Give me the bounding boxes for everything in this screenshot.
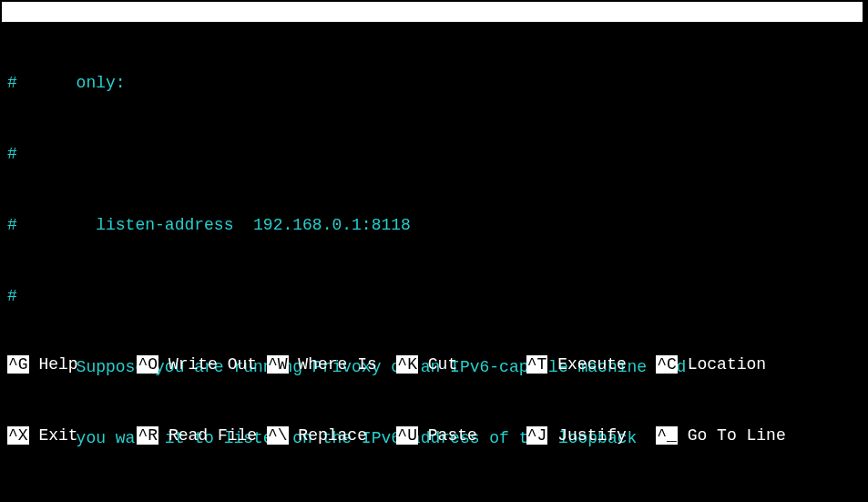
file-path: /etc/privoxy/config * bbox=[2, 42, 863, 62]
shortcut-bar: ^G Help ^O Write Out ^W Where Is ^K Cut … bbox=[2, 305, 863, 495]
shortcut-label: Go To Line bbox=[688, 426, 786, 445]
shortcut-key[interactable]: ^U bbox=[396, 426, 418, 445]
config-line: # device: bbox=[2, 497, 863, 502]
config-line: # only: bbox=[2, 71, 863, 95]
shortcut-label: Location bbox=[688, 355, 766, 374]
shortcut-key[interactable]: ^\ bbox=[267, 426, 289, 445]
shortcut-key[interactable]: ^C bbox=[656, 355, 678, 374]
shortcut-label: Replace bbox=[298, 426, 367, 445]
shortcut-key[interactable]: ^T bbox=[526, 355, 548, 374]
config-line: # bbox=[2, 142, 863, 166]
shortcut-label: Write Out bbox=[168, 355, 257, 374]
shortcut-key[interactable]: ^K bbox=[396, 355, 418, 374]
app-name: GNU nano 5.4 bbox=[11, 22, 129, 42]
shortcut-label: Cut bbox=[428, 355, 457, 374]
shortcut-label: Exit bbox=[38, 426, 77, 445]
shortcut-key[interactable]: ^X bbox=[7, 426, 29, 445]
shortcut-key[interactable]: ^W bbox=[267, 355, 289, 374]
titlebar: GNU nano 5.4 /etc/privoxy/config * bbox=[2, 2, 863, 22]
shortcut-label: Paste bbox=[428, 426, 477, 445]
shortcut-key[interactable]: ^J bbox=[526, 426, 548, 445]
shortcut-key[interactable]: ^R bbox=[137, 426, 158, 445]
shortcut-key[interactable]: ^O bbox=[137, 355, 158, 374]
shortcut-label: Execute bbox=[557, 355, 627, 374]
shortcut-row: ^X Exit ^R Read File ^\ Replace ^U Paste… bbox=[7, 424, 863, 447]
terminal-window: GNU nano 5.4 /etc/privoxy/config * # onl… bbox=[0, 0, 864, 498]
shortcut-label: Where Is bbox=[298, 355, 376, 374]
shortcut-label: Justify bbox=[557, 426, 627, 445]
config-line: # listen-address 192.168.0.1:8118 bbox=[2, 213, 863, 237]
shortcut-key[interactable]: ^_ bbox=[656, 426, 678, 445]
shortcut-row: ^G Help ^O Write Out ^W Where Is ^K Cut … bbox=[7, 353, 863, 376]
shortcut-label: Help bbox=[38, 355, 77, 374]
shortcut-label: Read File bbox=[168, 426, 257, 445]
shortcut-key[interactable]: ^G bbox=[7, 355, 29, 374]
